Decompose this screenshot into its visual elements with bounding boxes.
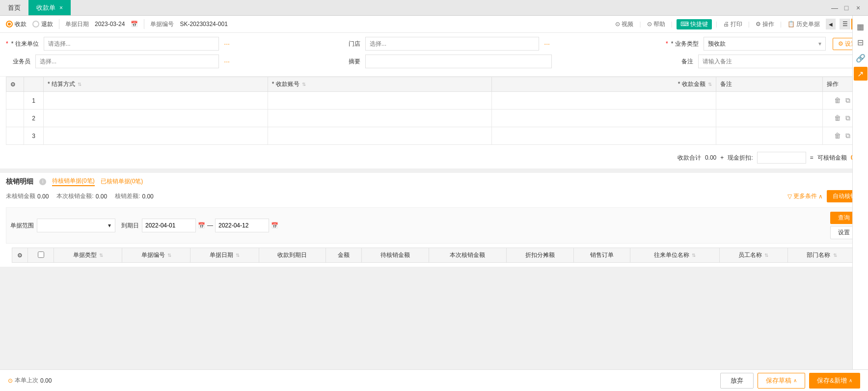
prev-arrow[interactable]: ◀ [826, 19, 836, 29]
unverified-stat: 未核销金额 0.00 [6, 192, 49, 200]
range-label: 单据范围 [10, 222, 34, 230]
cal-from-icon[interactable]: 📅 [198, 222, 205, 229]
business-type-select[interactable]: 预收款 ▾ [704, 37, 826, 51]
tab-home[interactable]: 首页 [0, 0, 28, 15]
operations-button[interactable]: ⚙ 操作 [754, 19, 776, 29]
td-remark-2[interactable] [716, 110, 823, 127]
footer: ⊙ 本单上次 0.00 放弃 保存草稿 ∧ 保存&新增 ∧ [0, 369, 868, 391]
partner-more-btn[interactable]: ··· [222, 40, 232, 48]
td-remark-3[interactable] [716, 127, 823, 145]
td-amount-3[interactable] [492, 127, 716, 145]
radio-group: 收款 退款 [6, 20, 53, 28]
radio-tuikuan[interactable]: 退款 [32, 20, 53, 28]
copy-icon-1[interactable]: ⧉ [845, 96, 850, 104]
radio-shoukuan[interactable]: 收款 [6, 20, 27, 28]
th-row-num [24, 77, 44, 92]
close-button[interactable]: × [854, 4, 862, 12]
store-more-btn[interactable]: ··· [542, 40, 552, 48]
sidebar-icon-list[interactable]: ⊟ [854, 35, 868, 49]
nav-arrows: ◀ [826, 19, 836, 29]
video-button[interactable]: ⊙ 视频 [613, 19, 635, 29]
total-label: 收款合计 [678, 154, 701, 162]
bth-order: 销售订单 [573, 248, 630, 263]
sidebar-icon-link[interactable]: 🔗 [854, 51, 868, 65]
td-account-1[interactable] [268, 92, 492, 110]
bth-type: 单据类型 ⇅ [54, 248, 122, 263]
partner-label: * 往来单位 [11, 40, 39, 48]
bth-amount: 金额 [326, 248, 362, 263]
td-remark-1[interactable] [716, 92, 823, 110]
list-view-btn[interactable]: ☰ [840, 19, 850, 29]
save-draft-button[interactable]: 保存草稿 ∧ [758, 373, 805, 389]
calendar-icon[interactable]: 📅 [131, 21, 138, 28]
sort-icon-amount: ⇅ [708, 82, 712, 87]
print-button[interactable]: 🖨 打印 [721, 19, 744, 29]
td-amount-1[interactable] [492, 92, 716, 110]
tab-receipt-close[interactable]: × [59, 4, 63, 11]
range-dropdown[interactable]: ▾ [37, 219, 115, 232]
form-row-1: * * 往来单位 ··· 门店 ··· * * 业务类型 预收款 ▾ [6, 37, 862, 51]
chevron-up-icon: ∧ [818, 193, 823, 200]
delete-icon-3[interactable]: 🗑 [834, 132, 841, 140]
sidebar-icon-expand[interactable]: ↗ [854, 67, 868, 81]
staff-more-btn[interactable]: ··· [222, 57, 232, 65]
done-tab[interactable]: 已核销单据(0笔) [101, 177, 143, 186]
td-row-3: 3 [24, 127, 44, 145]
td-payment-3[interactable] [44, 127, 268, 145]
right-sidebar: ▦ ⊟ 🔗 ↗ [852, 16, 868, 369]
summary-input[interactable] [365, 55, 552, 68]
partner-input[interactable] [44, 37, 219, 51]
bth-due: 收款到期日 [259, 248, 326, 263]
bth-settings[interactable]: ⚙ [12, 248, 28, 263]
abandon-button[interactable]: 放弃 [720, 373, 754, 389]
bth-current: 本次核销金额 [429, 248, 506, 263]
td-amount-2[interactable] [492, 110, 716, 127]
cal-to-icon[interactable]: 📅 [271, 222, 278, 229]
btype-required: * [666, 40, 668, 47]
select-all-checkbox[interactable] [38, 251, 44, 258]
store-label: 门店 [346, 40, 360, 48]
bth-dept: 部门名称 ⇅ [787, 248, 856, 263]
sort-icon-payment: ⇅ [78, 82, 81, 87]
maximize-button[interactable]: □ [842, 4, 850, 12]
help-icon: ⊙ [647, 21, 652, 28]
td-account-3[interactable] [268, 127, 492, 145]
help-button[interactable]: ⊙ 帮助 [645, 19, 667, 29]
td-empty-3 [6, 127, 24, 145]
remark-field: 备注 [666, 55, 862, 68]
bth-date: 单据日期 ⇅ [190, 248, 259, 263]
sidebar-icon-table[interactable]: ▦ [854, 20, 868, 33]
save-new-button[interactable]: 保存&新增 ∧ [809, 373, 860, 389]
copy-icon-2[interactable]: ⧉ [845, 114, 850, 122]
delete-icon-2[interactable]: 🗑 [834, 114, 841, 122]
minimize-button[interactable]: — [831, 4, 839, 12]
tab-receipt[interactable]: 收款单 × [28, 0, 71, 15]
th-settings[interactable]: ⚙ [6, 77, 24, 92]
copy-icon-3[interactable]: ⧉ [845, 132, 850, 140]
store-input[interactable] [365, 37, 539, 51]
delete-icon-1[interactable]: 🗑 [834, 96, 841, 104]
summary-row: 收款合计 0.00 + 现金折扣: = 可核销金额 0.00 [0, 149, 868, 169]
hexiao-info-icon[interactable]: i [39, 178, 46, 185]
discount-input[interactable] [757, 152, 806, 164]
history-button[interactable]: 📋 历史单据 [786, 19, 822, 29]
bth-partner: 往来单位名称 ⇅ [630, 248, 719, 263]
footer-buttons: 放弃 保存草稿 ∧ 保存&新增 ∧ [720, 373, 860, 389]
td-payment-1[interactable] [44, 92, 268, 110]
bth-checkbox[interactable] [28, 248, 54, 263]
remark-input[interactable] [698, 55, 862, 68]
pending-tab[interactable]: 待核销单据(0笔) [52, 177, 95, 186]
td-payment-2[interactable] [44, 110, 268, 127]
staff-input[interactable] [35, 55, 219, 68]
date-from-input[interactable] [142, 219, 196, 232]
footer-info-icon: ⊙ [8, 377, 13, 384]
bth-pending: 待核销金额 [362, 248, 429, 263]
main-table: ⚙ * 结算方式 ⇅ * 收款账号 ⇅ * 收款金额 ⇅ [6, 77, 862, 145]
date-to-input[interactable] [215, 219, 269, 232]
table-header-row: ⚙ * 结算方式 ⇅ * 收款账号 ⇅ * 收款金额 ⇅ [6, 77, 862, 92]
td-account-2[interactable] [268, 110, 492, 127]
radio-tuikuan-circle [32, 21, 39, 28]
shortcut-button[interactable]: ⌨ 快捷键 [677, 19, 712, 29]
more-conditions-btn[interactable]: ▽ 更多条件 ∧ [787, 192, 823, 200]
hexiao-section: 核销明细 i 待核销单据(0笔) 已核销单据(0笔) 未核销金额 0.00 本次… [0, 173, 868, 267]
